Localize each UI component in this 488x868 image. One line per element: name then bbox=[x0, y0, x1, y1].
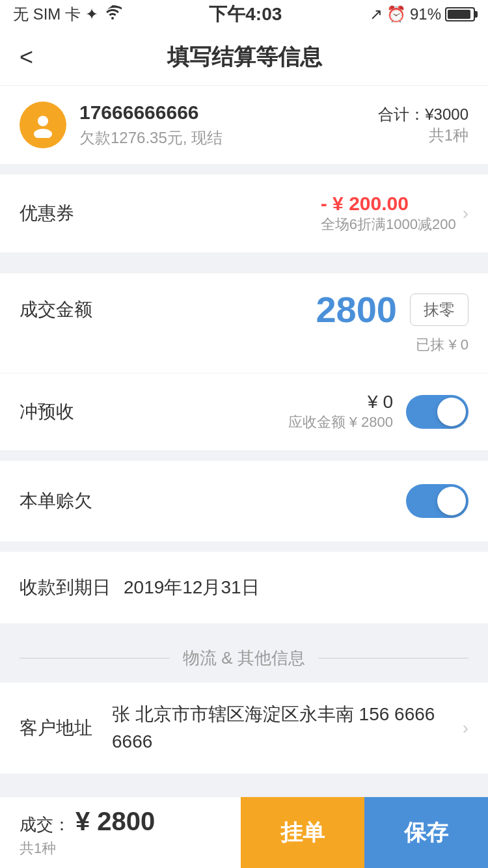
coupon-right: - ¥ 200.00 全场6折满1000减200 › bbox=[321, 193, 468, 234]
due-date-value: 2019年12月31日 bbox=[124, 575, 260, 600]
status-time: 下午4:03 bbox=[209, 2, 282, 27]
deal-amount-value: 2800 bbox=[316, 292, 397, 328]
logistics-line-left bbox=[20, 658, 170, 658]
coupon-row[interactable]: 优惠券 - ¥ 200.00 全场6折满1000减200 › bbox=[0, 174, 488, 252]
battery-pct: 91% bbox=[410, 5, 441, 23]
deal-amount-group: 2800 抹零 bbox=[316, 292, 468, 328]
debt-toggle[interactable] bbox=[406, 484, 468, 518]
bottom-summary: 成交： ¥ 2800 共1种 bbox=[0, 807, 241, 858]
address-chevron-icon: › bbox=[463, 718, 468, 739]
content: 17666666666 欠款1276.35元, 现结 合计：¥3000 共1种 … bbox=[0, 86, 488, 868]
no-sim-label: 无 SIM 卡 ✦ bbox=[13, 4, 98, 25]
bottom-count: 共1种 bbox=[20, 839, 221, 858]
bottom-deal-amount: ¥ 2800 bbox=[75, 807, 155, 836]
customer-phone: 17666666666 bbox=[79, 102, 223, 124]
address-value: 张 北京市市辖区海淀区永丰南 156 6666 6666 bbox=[112, 701, 463, 755]
address-section[interactable]: 客户地址 张 北京市市辖区海淀区永丰南 156 6666 6666 › bbox=[0, 683, 488, 774]
bottom-deal-row: 成交： ¥ 2800 bbox=[20, 807, 221, 836]
coupon-label: 优惠券 bbox=[20, 201, 74, 226]
prereceive-sub: 应收金额 ¥ 2800 bbox=[288, 413, 393, 432]
prereceive-section: 冲预收 ¥ 0 应收金额 ¥ 2800 bbox=[0, 373, 488, 450]
customer-debt: 欠款1276.35元, 现结 bbox=[79, 128, 223, 148]
total-count: 共1种 bbox=[378, 125, 468, 146]
total-amount: ¥3000 bbox=[425, 105, 468, 123]
deal-amount-label: 成交金额 bbox=[20, 297, 92, 322]
status-right: ↗ ⏰ 91% bbox=[370, 5, 475, 23]
chevron-right-icon: › bbox=[463, 203, 468, 224]
hang-order-button[interactable]: 挂单 bbox=[241, 797, 364, 869]
logistics-line-right bbox=[318, 658, 468, 658]
logistics-text: 物流 & 其他信息 bbox=[183, 647, 305, 670]
address-label: 客户地址 bbox=[20, 716, 92, 740]
customer-left: 17666666666 欠款1276.35元, 现结 bbox=[20, 102, 223, 148]
toggle-knob bbox=[437, 398, 466, 426]
debt-label: 本单赊欠 bbox=[20, 489, 92, 513]
location-icon: ↗ bbox=[370, 5, 383, 23]
section-divider-2 bbox=[0, 450, 488, 461]
save-button[interactable]: 保存 bbox=[364, 797, 488, 869]
customer-total: 合计：¥3000 共1种 bbox=[378, 104, 468, 146]
due-date-section: 收款到期日 2019年12月31日 bbox=[0, 552, 488, 623]
status-bar: 无 SIM 卡 ✦ 下午4:03 ↗ ⏰ 91% bbox=[0, 0, 488, 29]
deal-amount-section: 成交金额 2800 抹零 已抹 ¥ 0 bbox=[0, 273, 488, 373]
prereceive-toggle[interactable] bbox=[406, 395, 468, 429]
round-down-button[interactable]: 抹零 bbox=[410, 293, 468, 326]
status-left: 无 SIM 卡 ✦ bbox=[13, 4, 122, 25]
back-button[interactable]: < bbox=[20, 37, 46, 77]
customer-info: 17666666666 欠款1276.35元, 现结 bbox=[79, 102, 223, 148]
battery-icon bbox=[445, 7, 475, 21]
deal-row: 成交金额 2800 抹零 bbox=[20, 292, 468, 328]
section-divider-1 bbox=[0, 263, 488, 273]
prereceive-row: 冲预收 ¥ 0 应收金额 ¥ 2800 bbox=[20, 392, 468, 432]
nav-bar: < 填写结算等信息 bbox=[0, 29, 488, 86]
prereceive-amount-group: ¥ 0 应收金额 ¥ 2800 bbox=[288, 392, 393, 432]
deal-sub-text: 已抹 ¥ 0 bbox=[416, 336, 468, 353]
due-date-label: 收款到期日 bbox=[20, 575, 111, 600]
page-title: 填写结算等信息 bbox=[46, 42, 442, 72]
prereceive-right: ¥ 0 应收金额 ¥ 2800 bbox=[288, 392, 468, 432]
logistics-divider: 物流 & 其他信息 bbox=[0, 634, 488, 683]
svg-point-0 bbox=[38, 116, 48, 126]
avatar bbox=[20, 102, 66, 148]
debt-section: 本单赊欠 bbox=[0, 461, 488, 541]
svg-point-1 bbox=[34, 129, 52, 138]
customer-card: 17666666666 欠款1276.35元, 现结 合计：¥3000 共1种 bbox=[0, 86, 488, 164]
alarm-icon: ⏰ bbox=[386, 5, 406, 23]
prereceive-amount: ¥ 0 bbox=[288, 392, 393, 413]
wifi-icon bbox=[103, 5, 122, 23]
bottom-deal-label: 成交： bbox=[20, 813, 70, 836]
prereceive-label: 冲预收 bbox=[20, 400, 74, 424]
coupon-description: 全场6折满1000减200 bbox=[321, 215, 456, 234]
debt-toggle-knob bbox=[437, 487, 466, 515]
total-label: 合计：¥3000 bbox=[378, 104, 468, 125]
bottom-bar: 成交： ¥ 2800 共1种 挂单 保存 bbox=[0, 796, 488, 868]
coupon-discount: - ¥ 200.00 bbox=[321, 193, 409, 214]
